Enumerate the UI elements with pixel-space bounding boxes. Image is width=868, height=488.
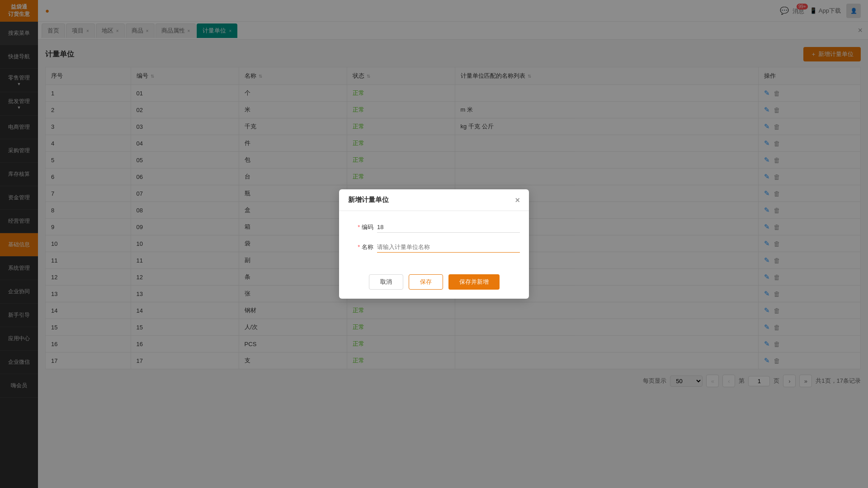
modal-title: 新增计量单位 [348, 196, 389, 204]
code-input[interactable] [377, 222, 520, 233]
name-label: * 名称 [348, 243, 373, 251]
name-label-text: 名称 [362, 244, 373, 250]
modal-footer: 取消 保存 保存并新增 [339, 269, 529, 299]
form-row-name: * 名称 [348, 242, 520, 253]
required-marker-name: * [358, 244, 360, 250]
save-button[interactable]: 保存 [409, 274, 443, 290]
modal-body: * 编码 * 名称 [339, 211, 529, 269]
code-label-text: 编码 [362, 224, 373, 230]
cancel-button[interactable]: 取消 [369, 274, 403, 290]
modal-close-btn[interactable]: × [515, 196, 520, 204]
name-input[interactable] [377, 242, 520, 253]
required-marker: * [358, 224, 360, 230]
form-row-code: * 编码 [348, 222, 520, 233]
code-label: * 编码 [348, 223, 373, 231]
add-measure-unit-modal: 新增计量单位 × * 编码 * 名称 取消 保存 保存并新增 [339, 189, 529, 299]
modal-overlay[interactable]: 新增计量单位 × * 编码 * 名称 取消 保存 保存并新增 [0, 0, 868, 488]
save-and-new-button[interactable]: 保存并新增 [448, 274, 500, 290]
modal-header: 新增计量单位 × [339, 189, 529, 211]
